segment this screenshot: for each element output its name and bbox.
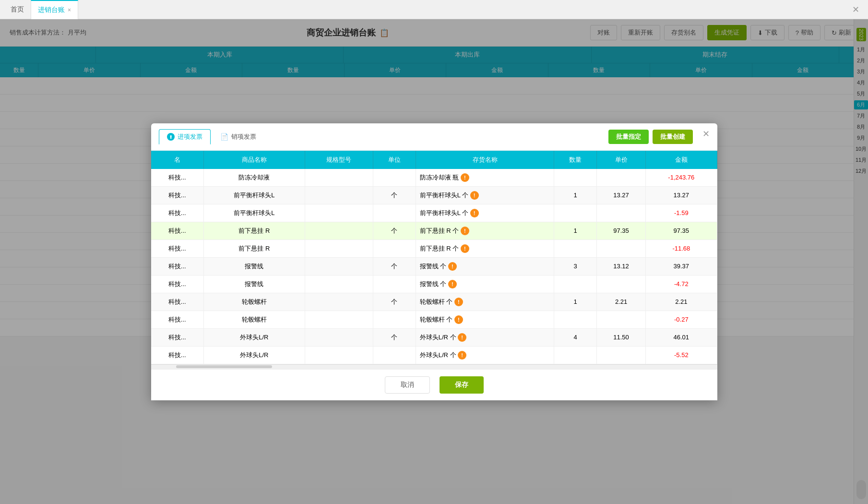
tab-ledger-close[interactable]: × bbox=[68, 7, 71, 13]
table-row: 科技... 报警线 个 报警线 个 ! 3 13.12 39.37 bbox=[151, 257, 717, 275]
cell-qty bbox=[554, 311, 597, 328]
cell-inventory: 前平衡杆球头L 个 ! bbox=[416, 186, 554, 204]
cell-name: 科技... bbox=[151, 169, 204, 187]
cell-spec bbox=[305, 328, 373, 346]
batch-create-button[interactable]: 批量创建 bbox=[653, 130, 693, 144]
cell-amount: 39.37 bbox=[646, 257, 717, 275]
cell-inventory: 前平衡杆球头L 个 ! bbox=[416, 204, 554, 222]
table-row: 科技... 前平衡杆球头L 前平衡杆球头L 个 ! -1.59 bbox=[151, 204, 717, 222]
col-qty: 数量 bbox=[554, 151, 597, 169]
batch-assign-button[interactable]: 批量指定 bbox=[608, 130, 649, 144]
warning-icon: ! bbox=[448, 262, 457, 271]
cell-name: 科技... bbox=[151, 328, 204, 346]
cell-unit: 个 bbox=[373, 222, 416, 240]
modal-footer: 取消 保存 bbox=[151, 369, 717, 400]
cell-price bbox=[596, 240, 645, 257]
outgoing-tab-label: 销项发票 bbox=[231, 132, 256, 141]
modal-dialog: ⬆ 进项发票 📄 销项发票 批量指定 批量创建 ✕ bbox=[151, 123, 717, 400]
cell-product: 报警线 bbox=[203, 275, 305, 293]
cell-spec bbox=[305, 257, 373, 275]
cell-name: 科技... bbox=[151, 186, 204, 204]
cell-price bbox=[596, 311, 645, 328]
table-row: 科技... 外球头L/R 外球头L/R 个 ! -5.52 bbox=[151, 346, 717, 364]
cell-price bbox=[596, 204, 645, 222]
cell-name: 科技... bbox=[151, 240, 204, 257]
cell-amount: -1.59 bbox=[646, 204, 717, 222]
cell-inventory: 外球头L/R 个 ! bbox=[416, 328, 554, 346]
cell-qty bbox=[554, 346, 597, 364]
cell-unit: 个 bbox=[373, 293, 416, 311]
cell-price: 13.12 bbox=[596, 257, 645, 275]
cell-qty: 1 bbox=[554, 293, 597, 311]
col-spec: 规格型号 bbox=[305, 151, 373, 169]
cell-spec bbox=[305, 204, 373, 222]
cell-inventory: 前下悬挂 R 个 ! bbox=[416, 222, 554, 240]
cell-price bbox=[596, 346, 645, 364]
warning-icon: ! bbox=[470, 191, 479, 200]
cell-inventory: 报警线 个 ! bbox=[416, 275, 554, 293]
cell-inventory: 报警线 个 ! bbox=[416, 257, 554, 275]
cell-qty bbox=[554, 275, 597, 293]
cell-amount: -4.72 bbox=[646, 275, 717, 293]
cell-inventory: 防冻冷却液 瓶 ! bbox=[416, 169, 554, 187]
cell-name: 科技... bbox=[151, 346, 204, 364]
cell-price: 13.27 bbox=[596, 186, 645, 204]
cell-unit bbox=[373, 169, 416, 187]
warning-icon: ! bbox=[454, 315, 463, 324]
cell-amount: -5.52 bbox=[646, 346, 717, 364]
save-button[interactable]: 保存 bbox=[440, 376, 484, 394]
cell-price bbox=[596, 275, 645, 293]
cell-product: 轮毂螺杆 bbox=[203, 293, 305, 311]
warning-icon: ! bbox=[458, 351, 466, 360]
col-unit: 单位 bbox=[373, 151, 416, 169]
cell-product: 前平衡杆球头L bbox=[203, 204, 305, 222]
cell-spec bbox=[305, 222, 373, 240]
cell-name: 科技... bbox=[151, 257, 204, 275]
warning-icon: ! bbox=[461, 173, 469, 182]
modal-scroll-thumb[interactable] bbox=[176, 365, 272, 368]
cell-price bbox=[596, 169, 645, 187]
cell-name: 科技... bbox=[151, 293, 204, 311]
cancel-button[interactable]: 取消 bbox=[385, 376, 430, 394]
cell-qty bbox=[554, 240, 597, 257]
cell-qty bbox=[554, 204, 597, 222]
warning-icon: ! bbox=[454, 298, 463, 306]
cell-qty: 3 bbox=[554, 257, 597, 275]
modal-close-button[interactable]: ✕ bbox=[702, 130, 710, 144]
table-row: 科技... 前平衡杆球头L 个 前平衡杆球头L 个 ! 1 13.27 13.2… bbox=[151, 186, 717, 204]
warning-icon: ! bbox=[448, 280, 457, 288]
cell-amount: -1,243.76 bbox=[646, 169, 717, 187]
tab-incoming-invoice[interactable]: ⬆ 进项发票 bbox=[159, 129, 211, 144]
modal-actions: 批量指定 批量创建 ✕ bbox=[608, 130, 710, 144]
cell-name: 科技... bbox=[151, 311, 204, 328]
cell-name: 科技... bbox=[151, 222, 204, 240]
tab-ledger[interactable]: 进销台账 × bbox=[31, 0, 78, 19]
modal-table-container[interactable]: 名 商品名称 规格型号 单位 存货名称 数量 单价 金额 科技... 防冻冷却液 bbox=[151, 151, 717, 364]
cell-inventory: 轮毂螺杆 个 ! bbox=[416, 311, 554, 328]
invoice-table: 名 商品名称 规格型号 单位 存货名称 数量 单价 金额 科技... 防冻冷却液 bbox=[151, 151, 717, 364]
main-area: 销售成本计算方法： 月平均 商贸企业进销台账 📋 对账 重新开账 存货别名 生成… bbox=[0, 19, 868, 504]
cell-amount: -0.27 bbox=[646, 311, 717, 328]
tab-outgoing-invoice[interactable]: 📄 销项发票 bbox=[213, 129, 264, 144]
cell-amount: 2.21 bbox=[646, 293, 717, 311]
warning-icon: ! bbox=[461, 227, 469, 235]
cell-unit: 个 bbox=[373, 257, 416, 275]
cell-amount: 13.27 bbox=[646, 186, 717, 204]
cell-unit bbox=[373, 346, 416, 364]
col-product: 商品名称 bbox=[203, 151, 305, 169]
col-price: 单价 bbox=[596, 151, 645, 169]
cell-spec bbox=[305, 293, 373, 311]
window-close-button[interactable]: ✕ bbox=[847, 4, 864, 15]
cell-price: 97.35 bbox=[596, 222, 645, 240]
cell-amount: 46.01 bbox=[646, 328, 717, 346]
cell-qty: 1 bbox=[554, 186, 597, 204]
tab-home-label: 首页 bbox=[11, 5, 24, 14]
modal-scrollbar[interactable] bbox=[151, 364, 717, 369]
cell-price: 2.21 bbox=[596, 293, 645, 311]
cell-name: 科技... bbox=[151, 275, 204, 293]
tab-home[interactable]: 首页 bbox=[4, 0, 31, 19]
cell-unit bbox=[373, 275, 416, 293]
warning-icon: ! bbox=[461, 244, 469, 253]
modal-overlay: ⬆ 进项发票 📄 销项发票 批量指定 批量创建 ✕ bbox=[0, 19, 868, 504]
cell-amount: -11.68 bbox=[646, 240, 717, 257]
